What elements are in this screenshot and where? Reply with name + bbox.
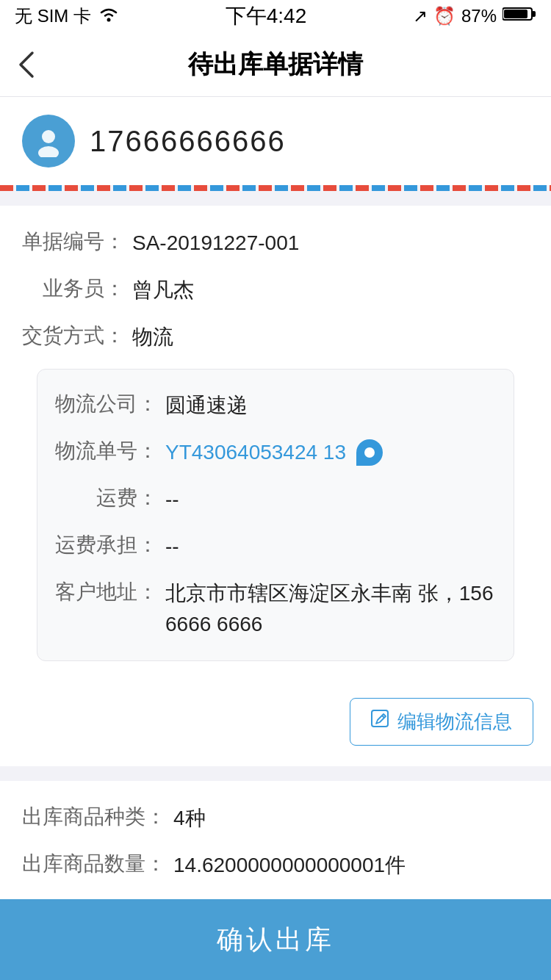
section-gap-2 <box>0 766 551 781</box>
nav-bar: 待出库单据详情 <box>0 32 551 97</box>
status-left: 无 SIM 卡 <box>15 4 119 28</box>
delivery-row: 交货方式： 物流 <box>22 322 529 353</box>
edit-logistics-button[interactable]: 编辑物流信息 <box>350 698 533 746</box>
agent-label: 业务员： <box>22 275 132 303</box>
edit-logistics-label: 编辑物流信息 <box>397 709 512 735</box>
freight-bearer-row: 运费承担： -- <box>55 531 496 562</box>
document-number-value: SA-20191227-001 <box>132 228 529 259</box>
address-value: 北京市市辖区海淀区永丰南 张，156 6666 6666 <box>165 578 496 640</box>
section-gap-1 <box>0 191 551 206</box>
document-number-label: 单据编号： <box>22 228 132 256</box>
edit-icon <box>371 710 390 734</box>
agent-row: 业务员： 曾凡杰 <box>22 275 529 306</box>
svg-point-0 <box>107 18 111 22</box>
logistics-company-value: 圆通速递 <box>165 390 496 421</box>
document-number-row: 单据编号： SA-20191227-001 <box>22 228 529 259</box>
avatar <box>22 115 75 167</box>
delivery-value: 物流 <box>132 322 529 353</box>
alarm-icon: ⏰ <box>433 6 455 26</box>
wifi-icon <box>98 6 119 26</box>
document-info-section: 单据编号： SA-20191227-001 业务员： 曾凡杰 交货方式： 物流 … <box>0 206 551 683</box>
status-time: 下午4:42 <box>226 2 307 30</box>
logistics-company-row: 物流公司： 圆通速递 <box>55 390 496 421</box>
customer-phone: 17666666666 <box>90 125 286 158</box>
goods-quantity-row: 出库商品数量： 14.6200000000000001件 <box>22 850 529 881</box>
logistics-company-label: 物流公司： <box>55 390 165 418</box>
page-title: 待出库单据详情 <box>188 48 363 82</box>
freight-bearer-value: -- <box>165 531 496 562</box>
logistics-card: 物流公司： 圆通速递 物流单号： YT43064053424 13 运费： --… <box>37 369 514 661</box>
freight-value: -- <box>165 484 496 515</box>
delivery-label: 交货方式： <box>22 322 132 350</box>
address-label: 客户地址： <box>55 578 165 606</box>
location-icon: ↗ <box>413 6 428 26</box>
status-bar: 无 SIM 卡 下午4:42 ↗ ⏰ 87% <box>0 0 551 32</box>
svg-rect-2 <box>532 11 536 17</box>
svg-point-4 <box>42 130 55 143</box>
confirm-btn-label: 确认出库 <box>217 922 334 958</box>
back-button[interactable] <box>18 50 35 79</box>
freight-label: 运费： <box>55 484 165 512</box>
battery-text: 87% <box>461 6 497 26</box>
goods-quantity-label: 出库商品数量： <box>22 850 173 878</box>
carrier-text: 无 SIM 卡 <box>15 4 91 28</box>
agent-value: 曾凡杰 <box>132 275 529 306</box>
goods-type-label: 出库商品种类： <box>22 803 173 831</box>
location-pin-icon[interactable] <box>351 434 389 472</box>
goods-type-value: 4种 <box>173 803 529 834</box>
svg-rect-3 <box>504 10 527 18</box>
status-right: ↗ ⏰ 87% <box>413 6 536 26</box>
confirm-btn-bar[interactable]: 确认出库 <box>0 899 551 980</box>
freight-row: 运费： -- <box>55 484 496 515</box>
tracking-label: 物流单号： <box>55 437 165 465</box>
address-row: 客户地址： 北京市市辖区海淀区永丰南 张，156 6666 6666 <box>55 578 496 640</box>
customer-header: 17666666666 <box>0 97 551 185</box>
dashed-divider <box>0 185 551 191</box>
tracking-row: 物流单号： YT43064053424 13 <box>55 437 496 468</box>
freight-bearer-label: 运费承担： <box>55 531 165 559</box>
goods-quantity-value: 14.6200000000000001件 <box>173 850 529 881</box>
svg-point-5 <box>38 146 59 157</box>
goods-type-row: 出库商品种类： 4种 <box>22 803 529 834</box>
edit-btn-wrap: 编辑物流信息 <box>0 683 551 766</box>
battery-icon <box>503 6 536 26</box>
tracking-value[interactable]: YT43064053424 13 <box>165 437 496 468</box>
goods-section: 出库商品种类： 4种 出库商品数量： 14.6200000000000001件 <box>0 781 551 903</box>
